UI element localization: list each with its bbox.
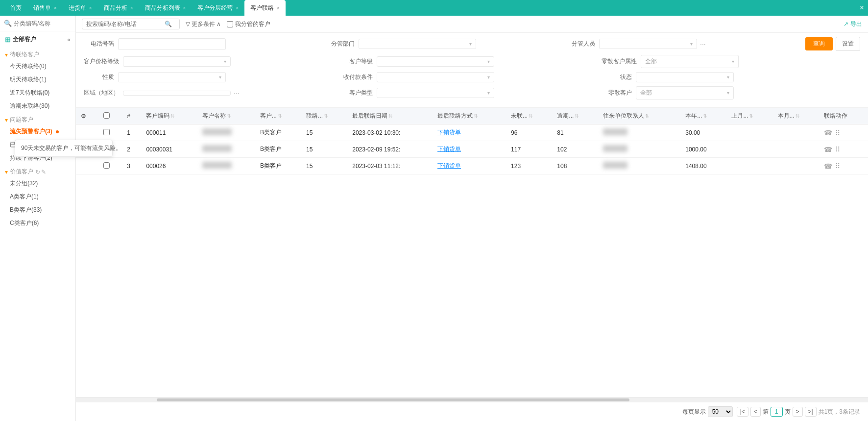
tab-sales-close[interactable]: × [54,5,57,11]
settings-button[interactable]: 设置 [836,37,860,51]
phone-input[interactable] [118,38,226,50]
data-table-area: ⚙ # 客户编码⇅ 客户名称⇅ 客户...⇅ 联络...⇅ 最后联络日期⇅ 最后… [76,108,868,397]
select-all-checkbox[interactable] [103,112,110,119]
export-icon: ↗ [844,21,848,27]
row-select-2[interactable] [103,162,110,169]
more-conditions-btn[interactable]: ▽ 更多条件 ∧ [186,20,221,28]
sidebar-collapse-icon[interactable]: « [67,36,71,43]
row-checkbox-2[interactable] [98,158,122,174]
tab-customer-level[interactable]: 客户分层经营 × [192,0,244,16]
col-last-month[interactable]: 上月...⇅ [726,108,772,124]
manager-more-btn[interactable]: ··· [697,40,709,48]
sidebar-section-pending[interactable]: ▾ 待联络客户 [0,48,75,60]
manager-select-arrow: ▾ [690,41,693,47]
gender-select[interactable]: ▾ [118,72,226,82]
horizontal-scrollbar[interactable] [76,397,868,402]
tab-purchase[interactable]: 进货单 × [63,0,98,16]
tab-customer-contact[interactable]: 客户联络 × [244,0,286,16]
my-customers-checkbox[interactable] [227,21,233,27]
col-this-year[interactable]: 本年...⇅ [680,108,726,124]
customer-type-select[interactable]: ▾ [377,88,494,98]
query-button[interactable]: 查询 [805,37,833,50]
row-last-method-1[interactable]: 下销货单 [433,141,506,158]
tab-analysis-list[interactable]: 商品分析列表 × [139,0,192,16]
prev-page-btn[interactable]: < [750,407,761,417]
sidebar-all-customers[interactable]: ⊞ 全部客户 « [0,31,75,48]
col-this-month[interactable]: 本月...⇅ [773,108,819,124]
search-input[interactable] [86,21,165,27]
per-page-select[interactable]: 50 100 200 [708,406,733,417]
row-overdue-0: 81 [552,124,598,141]
action-more-icon-1[interactable]: ⠿ [835,146,840,153]
tab-customer-contact-close[interactable]: × [277,5,280,11]
sidebar-section-problem[interactable]: ▾ 问题客户 [0,113,75,125]
tab-purchase-close[interactable]: × [89,5,92,11]
col-no-contact[interactable]: 未联...⇅ [506,108,552,124]
sort-icon-method: ⇅ [474,113,478,119]
col-last-contact-method[interactable]: 最后联络方式⇅ [433,108,506,124]
sidebar-item-7days[interactable]: 近7天待联络(0) [0,86,75,99]
tab-sales[interactable]: 销售单 × [27,0,63,16]
action-more-icon-2[interactable]: ⠿ [835,162,840,170]
sidebar-item-ungrouped[interactable]: 未分组(32) [0,177,75,190]
col-unit-contact[interactable]: 往来单位联系人⇅ [598,108,680,124]
row-checkbox-0[interactable] [98,124,122,141]
sort-icon-contact: ⇅ [324,113,328,119]
payment-select[interactable]: ▾ [377,72,494,82]
action-contact-icon-1[interactable]: ☎ [824,146,832,153]
sidebar-item-type-c[interactable]: C类客户(6) [0,217,75,230]
price-level-select[interactable]: ▾ [123,56,231,67]
edit-icon[interactable]: ✎ [41,169,46,175]
action-contact-icon-2[interactable]: ☎ [824,162,832,170]
tab-analysis-list-close[interactable]: × [183,5,186,11]
pagination-bar: 每页显示 50 100 200 |< < 第 1 页 > >| 共1页，3条记录 [76,402,868,421]
retail-attr-select[interactable]: 全部 ▾ [641,55,739,68]
col-name[interactable]: 客户名称⇅ [197,108,255,124]
row-no-0: 1 [122,124,141,141]
col-contact[interactable]: 联络...⇅ [301,108,347,124]
table-header-row: ⚙ # 客户编码⇅ 客户名称⇅ 客户...⇅ 联络...⇅ 最后联络日期⇅ 最后… [76,108,868,124]
retail-customer-select[interactable]: 全部 ▾ [636,86,734,99]
action-more-icon-0[interactable]: ⠿ [835,129,840,137]
col-settings[interactable]: ⚙ [76,108,98,124]
window-close-button[interactable]: × [860,3,864,12]
manager-select[interactable]: ▾ [599,39,697,49]
sidebar-item-today[interactable]: 今天待联络(0) [0,60,75,73]
filter-cell-manager: 分管人员 ▾ ··· [565,39,805,49]
row-last-method-2[interactable]: 下销货单 [433,158,506,174]
last-page-btn[interactable]: >| [805,407,817,417]
action-contact-icon-0[interactable]: ☎ [824,129,832,137]
export-button[interactable]: ↗ 导出 [844,20,862,28]
col-type[interactable]: 客户...⇅ [255,108,301,124]
sidebar-search-input[interactable] [14,20,72,27]
search-icon[interactable]: 🔍 [165,21,172,27]
row-no-contact-1: 117 [506,141,552,158]
tab-home[interactable]: 首页 [4,0,27,16]
dept-select[interactable]: ▾ [359,39,476,49]
row-last-method-0[interactable]: 下销货单 [433,124,506,141]
sidebar-section-value[interactable]: ▾ 价值客户 ↻ ✎ [0,165,75,177]
col-last-contact-date[interactable]: 最后联络日期⇅ [347,108,433,124]
customer-type-arrow: ▾ [487,90,490,96]
sidebar-item-type-b[interactable]: B类客户(33) [0,203,75,217]
first-page-btn[interactable]: |< [737,407,748,417]
tab-analysis-close[interactable]: × [130,5,133,11]
row-select-0[interactable] [103,129,110,135]
col-code[interactable]: 客户编码⇅ [141,108,197,124]
tab-analysis[interactable]: 商品分析 × [98,0,139,16]
sidebar-item-overdue[interactable]: 逾期未联络(30) [0,99,75,113]
region-select[interactable] [123,91,231,96]
customer-level-select[interactable]: ▾ [377,56,494,67]
scroll-thumb[interactable] [157,398,629,401]
tab-customer-level-close[interactable]: × [236,5,239,11]
sidebar-item-tomorrow[interactable]: 明天待联络(1) [0,73,75,86]
status-select[interactable]: ▾ [636,72,734,82]
sort-icon-code: ⇅ [170,113,174,119]
region-more-btn[interactable]: ··· [231,89,242,97]
sidebar-item-type-a[interactable]: A类客户(1) [0,190,75,203]
sidebar-item-churn-warning[interactable]: 流失预警客户(3) [0,125,75,138]
col-overdue[interactable]: 逾期...⇅ [552,108,598,124]
refresh-icon[interactable]: ↻ [35,169,40,175]
next-page-btn[interactable]: > [793,407,803,417]
customer-level-arrow: ▾ [487,59,490,64]
